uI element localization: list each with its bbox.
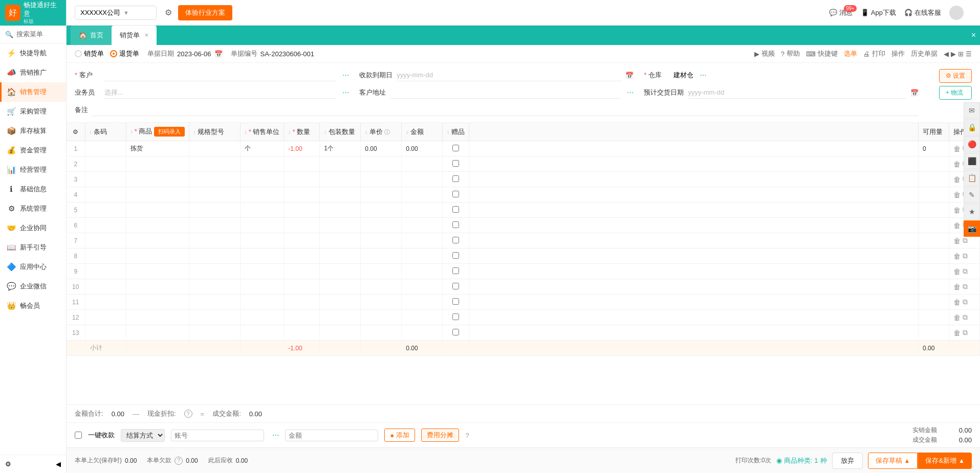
trial-button[interactable]: 体验行业方案 (178, 5, 232, 20)
cell-amount-8[interactable] (402, 264, 443, 279)
message-button[interactable]: 💬 消息 99+ (829, 8, 853, 17)
cell-spec-6[interactable] (189, 233, 240, 249)
cell-product-5[interactable] (126, 218, 189, 233)
cell-product-6[interactable] (126, 233, 189, 249)
copy-icon-11[interactable]: ⧉ (963, 313, 968, 322)
online-service-button[interactable]: 🎧 在线客服 (904, 8, 941, 17)
abandon-button[interactable]: 放弃 (832, 453, 863, 469)
cell-barcode-9[interactable] (85, 279, 126, 295)
cell-spec-9[interactable] (189, 279, 240, 295)
cell-amount-4[interactable] (402, 202, 443, 218)
cell-spec-11[interactable] (189, 310, 240, 325)
cell-price-5[interactable] (361, 218, 402, 233)
cell-spec-7[interactable] (189, 249, 240, 264)
cell-pkgqty-3[interactable] (320, 187, 361, 202)
date-calendar-icon[interactable]: 📅 (214, 50, 223, 58)
expected-date-calendar-icon[interactable]: 📅 (910, 89, 919, 97)
cell-product-3[interactable] (126, 187, 189, 202)
cell-unit-0[interactable]: 个 (240, 141, 284, 156)
delete-icon-0[interactable]: 🗑 (953, 145, 961, 153)
cell-unit-9[interactable] (240, 279, 284, 295)
row-settings-12[interactable]: 13 (67, 325, 85, 341)
row-settings-5[interactable]: 6 (67, 218, 85, 233)
save-draft-button[interactable]: 保存草稿 ▲ (868, 453, 918, 469)
cell-price-3[interactable] (361, 187, 402, 202)
radio-sales[interactable]: 销货单 (75, 49, 104, 58)
salesperson-input[interactable] (104, 86, 336, 99)
row-settings-7[interactable]: 8 (67, 249, 85, 264)
delete-icon-7[interactable]: 🗑 (953, 252, 961, 260)
delete-icon-11[interactable]: 🗑 (953, 313, 961, 322)
cell-unit-7[interactable] (240, 249, 284, 264)
delete-icon-12[interactable]: 🗑 (953, 329, 961, 337)
sidebar-item-member[interactable]: 👑 畅会员 (0, 296, 66, 316)
cell-product-9[interactable] (126, 279, 189, 295)
delete-icon-9[interactable]: 🗑 (953, 283, 961, 291)
cell-pkgqty-12[interactable] (320, 325, 361, 341)
company-selector[interactable]: XXXXXX公司 ▼ (75, 6, 157, 20)
cell-unit-1[interactable] (240, 156, 284, 172)
col-settings[interactable]: ⚙ (67, 123, 85, 141)
sidebar-collapse-icon[interactable]: ◀ (56, 460, 61, 468)
cell-amount-6[interactable] (402, 233, 443, 249)
cell-gift-6[interactable] (443, 233, 469, 249)
cell-spec-5[interactable] (189, 218, 240, 233)
cell-unit-12[interactable] (240, 325, 284, 341)
cell-barcode-2[interactable] (85, 172, 126, 187)
cell-spec-4[interactable] (189, 202, 240, 218)
history-btn[interactable]: 历史单据 (911, 49, 938, 58)
cell-barcode-3[interactable] (85, 187, 126, 202)
sidebar-item-operations[interactable]: 📊 经营管理 (0, 160, 66, 179)
cell-amount-2[interactable] (402, 172, 443, 187)
cell-gift-9[interactable] (443, 279, 469, 295)
cell-pkgqty-8[interactable] (320, 264, 361, 279)
cell-qty-3[interactable] (284, 187, 320, 202)
tab-home[interactable]: 🏠 首页 (71, 26, 112, 45)
cell-amount-12[interactable] (402, 325, 443, 341)
cell-unit-5[interactable] (240, 218, 284, 233)
cell-qty-5[interactable] (284, 218, 320, 233)
cell-product-0[interactable]: 拣货 (126, 141, 189, 156)
payment-account-input[interactable] (171, 430, 264, 441)
setting-button[interactable]: ⚙ 设置 (939, 69, 972, 83)
float-btn-4[interactable]: ⬛ (964, 153, 980, 169)
row-settings-1[interactable]: 2 (67, 156, 85, 172)
row-settings-8[interactable]: 9 (67, 264, 85, 279)
save-new-button[interactable]: 保存&新增 ▲ (918, 453, 972, 469)
scan-btn[interactable]: 扫码录入 (154, 127, 185, 137)
delete-icon-4[interactable]: 🗑 (953, 206, 961, 214)
cell-barcode-7[interactable] (85, 249, 126, 264)
customer-input[interactable] (104, 69, 336, 81)
app-download-button[interactable]: 📱 App下载 (861, 8, 896, 17)
due-date-input[interactable] (397, 69, 621, 81)
cell-pkgqty-4[interactable] (320, 202, 361, 218)
cell-pkgqty-1[interactable] (320, 156, 361, 172)
cell-pkgqty-7[interactable] (320, 249, 361, 264)
discount-help-icon[interactable]: ? (184, 410, 192, 418)
note-input[interactable] (92, 104, 919, 116)
float-btn-3[interactable]: 🔴 (964, 136, 980, 152)
customer-more-icon[interactable]: ··· (342, 71, 349, 80)
copy-icon-7[interactable]: ⧉ (963, 252, 968, 260)
operation-btn[interactable]: 操作 (891, 49, 905, 58)
tab-close-icon[interactable]: × (145, 32, 148, 39)
cell-amount-1[interactable] (402, 156, 443, 172)
cell-gift-3[interactable] (443, 187, 469, 202)
cell-spec-12[interactable] (189, 325, 240, 341)
cell-product-1[interactable] (126, 156, 189, 172)
row-settings-6[interactable]: 7 (67, 233, 85, 249)
account-more-icon[interactable]: ··· (272, 431, 279, 440)
cell-qty-4[interactable] (284, 202, 320, 218)
sidebar-item-marketing[interactable]: 📣 营销推广 (0, 63, 66, 82)
row-settings-9[interactable]: 10 (67, 279, 85, 295)
cell-price-8[interactable] (361, 264, 402, 279)
tabbar-close-button[interactable]: × (971, 31, 976, 40)
row-settings-10[interactable]: 11 (67, 295, 85, 310)
cell-price-12[interactable] (361, 325, 402, 341)
sidebar-item-basics[interactable]: ℹ 基础信息 (0, 179, 66, 199)
cell-amount-3[interactable] (402, 187, 443, 202)
cell-qty-10[interactable] (284, 295, 320, 310)
cell-unit-4[interactable] (240, 202, 284, 218)
cell-gift-10[interactable] (443, 295, 469, 310)
cell-spec-1[interactable] (189, 156, 240, 172)
